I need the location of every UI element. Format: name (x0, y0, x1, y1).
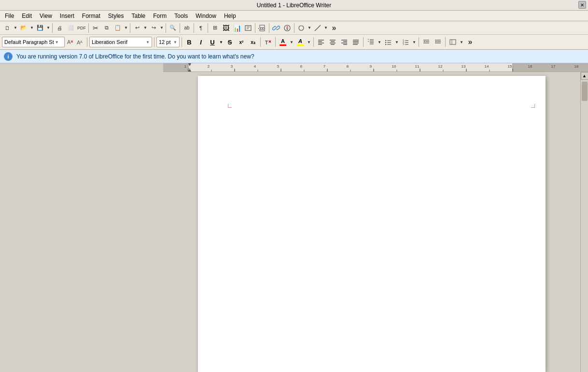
svg-text:7: 7 (323, 65, 325, 69)
paste-button[interactable]: 📋 (112, 23, 123, 33)
paste-dropdown-arrow[interactable]: ▼ (124, 23, 128, 33)
formatting-marks-button[interactable]: ¶ (196, 23, 206, 33)
svg-text:5: 5 (277, 65, 279, 69)
more-button[interactable]: » (329, 23, 339, 33)
print-preview-button[interactable]: ⬜ (65, 23, 76, 33)
svg-marker-41 (368, 41, 369, 42)
menu-form[interactable]: Form (149, 12, 170, 20)
increase-font-size-button[interactable]: AA (74, 37, 85, 47)
insert-textbox-button[interactable] (243, 23, 253, 33)
font-color-button[interactable]: A (278, 37, 288, 47)
draw-line-button[interactable] (312, 23, 323, 33)
font-size-dropdown[interactable]: 12 pt ▼ (156, 37, 180, 47)
save-button[interactable]: 💾 (35, 23, 45, 33)
svg-text:9: 9 (370, 65, 372, 69)
underline-dropdown[interactable]: ▼ (219, 37, 224, 47)
clear-formatting-button[interactable]: T (263, 37, 273, 47)
cut-button[interactable]: ✂ (90, 23, 101, 33)
insert-pagebreak-button[interactable] (257, 23, 267, 33)
line-spacing-dropdown[interactable] (365, 37, 376, 47)
print-button[interactable]: 🖨 (54, 23, 65, 33)
toolbar-separator-4 (166, 23, 166, 33)
highlight-color-dropdown[interactable]: ▼ (307, 37, 311, 47)
svg-rect-5 (260, 29, 265, 31)
align-justify-button[interactable] (350, 37, 361, 47)
document-area[interactable] (163, 72, 580, 372)
ordered-list-dropdown[interactable]: ▼ (412, 37, 417, 47)
menu-edit[interactable]: Edit (18, 12, 36, 20)
italic-button[interactable]: I (196, 37, 206, 47)
new-button[interactable]: 🗋 (2, 23, 13, 33)
toolbar-separator-f6 (313, 37, 314, 47)
menu-window[interactable]: Window (192, 12, 220, 20)
paragraph-style-button[interactable] (448, 37, 458, 47)
navigator-button[interactable] (282, 23, 293, 33)
menu-table[interactable]: Table (128, 12, 150, 20)
unordered-list-dropdown[interactable]: ▼ (394, 37, 399, 47)
svg-rect-0 (245, 26, 251, 30)
undo-button[interactable]: ↩ (132, 23, 142, 33)
undo-dropdown-arrow[interactable]: ▼ (143, 23, 148, 33)
svg-text:17: 17 (551, 65, 556, 69)
strikethrough-button[interactable]: S (224, 37, 235, 47)
font-color-dropdown[interactable]: ▼ (289, 37, 294, 47)
document-page[interactable] (198, 76, 546, 372)
bold-button[interactable]: B (184, 37, 195, 47)
align-left-button[interactable] (316, 37, 326, 47)
link-button[interactable] (271, 23, 281, 33)
font-family-dropdown[interactable]: Liberation Serif ▼ (89, 37, 152, 47)
sidebar (0, 72, 163, 372)
svg-text:13: 13 (462, 65, 466, 69)
menu-view[interactable]: View (36, 12, 56, 20)
svg-text:15: 15 (508, 65, 512, 69)
spelling-button[interactable]: ab (182, 23, 192, 33)
menu-tools[interactable]: Tools (170, 12, 192, 20)
toolbar-separator-7 (208, 23, 208, 33)
paragraph-style-dropdown[interactable]: Default Paragraph St ▼ (2, 37, 65, 47)
scroll-thumb[interactable] (582, 82, 588, 101)
save-dropdown-arrow[interactable]: ▼ (46, 23, 51, 33)
menu-file[interactable]: File (1, 12, 18, 20)
insert-chart-button[interactable]: 📊 (232, 23, 242, 33)
insert-table-button[interactable]: ⊞ (210, 23, 220, 33)
style-clear-button[interactable]: A (66, 37, 73, 47)
page-corner-tl (228, 104, 232, 108)
open-button[interactable]: 📂 (18, 23, 29, 33)
highlight-color-button[interactable]: A (295, 37, 306, 47)
align-center-button[interactable] (327, 37, 338, 47)
svg-point-46 (385, 44, 386, 45)
insert-image-button[interactable]: 🖼 (221, 23, 231, 33)
unordered-list-button[interactable] (383, 37, 393, 47)
increase-indent-button[interactable] (433, 37, 443, 47)
find-replace-button[interactable]: 🔍 (168, 23, 178, 33)
menu-styles[interactable]: Styles (104, 12, 128, 20)
close-button[interactable]: ✕ (578, 1, 586, 9)
scroll-up-button[interactable]: ▲ (581, 72, 588, 80)
toolbar-separator-2 (88, 23, 89, 33)
underline-button[interactable]: U (207, 37, 218, 47)
toolbar-separator-f2 (154, 37, 154, 47)
vertical-scrollbar[interactable]: ▲ (580, 72, 588, 372)
copy-button[interactable]: ⧉ (101, 23, 112, 33)
subscript-button[interactable]: x₂ (248, 37, 258, 47)
menu-format[interactable]: Format (78, 12, 104, 20)
export-pdf-button[interactable]: PDF (76, 23, 87, 33)
more-formatting-button[interactable]: » (465, 37, 476, 47)
svg-rect-62 (450, 40, 456, 44)
new-dropdown-arrow[interactable]: ▼ (13, 23, 18, 33)
ordered-list-button[interactable]: 1.2.3. (400, 37, 411, 47)
shapes-dropdown[interactable]: ▼ (307, 23, 312, 33)
decrease-indent-button[interactable] (421, 37, 432, 47)
menu-insert[interactable]: Insert (56, 12, 78, 20)
redo-dropdown-arrow[interactable]: ▼ (159, 23, 164, 33)
line-spacing-dropdown-arrow[interactable]: ▼ (377, 37, 382, 47)
align-right-button[interactable] (339, 37, 350, 47)
superscript-button[interactable]: x² (236, 37, 247, 47)
draw-shapes-button[interactable] (296, 23, 307, 33)
draw-line-dropdown[interactable]: ▼ (323, 23, 328, 33)
open-dropdown-arrow[interactable]: ▼ (29, 23, 34, 33)
paragraph-style-dropdown[interactable]: ▼ (459, 37, 464, 47)
redo-button[interactable]: ↪ (148, 23, 159, 33)
toolbar-separator-1 (52, 23, 53, 33)
menu-help[interactable]: Help (220, 12, 240, 20)
